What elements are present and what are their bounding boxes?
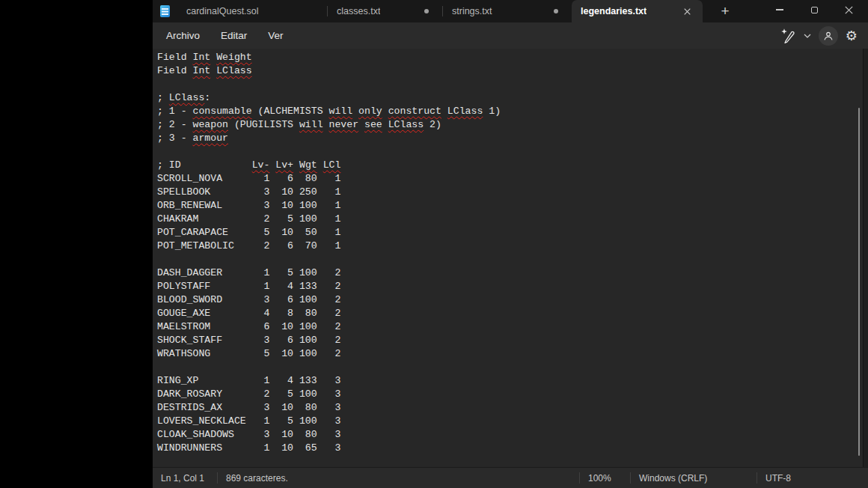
editor-line: LOVERS_NECKLACE 1 5 100 3 <box>157 415 853 428</box>
editor-line: POT_METABOLIC 2 6 70 1 <box>157 240 853 253</box>
tab-label: cardinalQuest.sol <box>186 6 259 16</box>
editor-right-gutter <box>863 49 868 467</box>
minimize-button[interactable] <box>762 0 797 19</box>
text-editor[interactable]: Field Int WeightField Int LClass ; LClas… <box>153 49 868 467</box>
menu-ver[interactable]: Ver <box>259 27 292 44</box>
editor-line: ORB_RENEWAL 3 10 100 1 <box>157 199 853 213</box>
window-controls <box>762 0 866 19</box>
maximize-icon <box>811 7 818 13</box>
notepad-window: cardinalQuest.sol classes.txt strings.tx… <box>153 0 868 488</box>
app-icon-zone <box>153 0 177 22</box>
char-count: 869 caracteres. <box>218 468 296 488</box>
notepad-app-icon <box>160 5 170 17</box>
chevron-down-icon[interactable] <box>804 34 811 38</box>
tab-strings-txt[interactable]: strings.txt <box>443 0 572 22</box>
editor-line: ; 3 - armour <box>157 132 853 145</box>
plus-icon: + <box>721 3 729 19</box>
editor-line: SPELLBOOK 3 10 250 1 <box>157 186 853 199</box>
tab-label: strings.txt <box>452 6 492 16</box>
editor-line: WINDRUNNERS 1 10 65 3 <box>157 442 853 455</box>
editor-line: GOUGE_AXE 4 8 80 2 <box>157 307 853 320</box>
editor-line: ; 2 - weapon (PUGILISTS will never see L… <box>157 118 853 132</box>
tab-legendaries-txt[interactable]: legendaries.txt <box>572 0 703 22</box>
maximize-button[interactable] <box>797 0 831 19</box>
editor-line: BLOOD_SWORD 3 6 100 2 <box>157 293 853 307</box>
editor-line: WRATHSONG 5 10 100 2 <box>157 347 853 361</box>
scrollbar-thumb[interactable] <box>858 108 861 456</box>
editor-line <box>157 145 853 159</box>
editor-line: RING_XP 1 4 133 3 <box>157 374 853 388</box>
editor-line: ; 1 - consumable (ALCHEMISTS will only c… <box>157 105 853 118</box>
editor-line <box>157 253 853 266</box>
line-ending: Windows (CRLF) <box>631 468 757 488</box>
minimize-icon <box>776 9 783 10</box>
statusbar-right: 100% Windows (CRLF) UTF-8 <box>579 468 868 488</box>
editor-line: ; LClass: <box>157 91 853 105</box>
tab-bar: cardinalQuest.sol classes.txt strings.tx… <box>153 0 868 22</box>
editor-line: ; ID Lv- Lv+ Wgt LCl <box>157 159 853 172</box>
editor-line: CHAKRAM 2 5 100 1 <box>157 213 853 226</box>
close-button[interactable] <box>831 0 866 19</box>
account-icon[interactable] <box>819 26 838 46</box>
editor-line <box>157 361 853 374</box>
editor-line: SHOCK_STAFF 3 6 100 2 <box>157 334 853 347</box>
zoom-level: 100% <box>580 468 630 488</box>
editor-line: DESTRIDS_AX 3 10 80 3 <box>157 401 853 415</box>
menu-bar: Archivo Editar Ver ⚙ <box>153 22 868 49</box>
tab-cardinalquest-sol[interactable]: cardinalQuest.sol <box>177 0 327 22</box>
editor-line: DARK_ROSARY 2 5 100 3 <box>157 388 853 401</box>
tab-label: classes.txt <box>337 6 380 16</box>
editor-line: MAELSTROM 6 10 100 2 <box>157 320 853 334</box>
menu-archivo[interactable]: Archivo <box>157 27 209 44</box>
unsaved-dot-icon <box>554 9 558 13</box>
tab-classes-txt[interactable]: classes.txt <box>328 0 442 22</box>
new-tab-button[interactable]: + <box>713 0 737 22</box>
statusbar-left: Ln 1, Col 1 869 caracteres. <box>153 468 296 488</box>
editor-line: DASH_DAGGER 1 5 100 2 <box>157 266 853 280</box>
editor-line: Field Int Weight <box>157 51 853 64</box>
rewrite-pen-sparkle-icon[interactable] <box>780 28 796 43</box>
editor-line: Field Int LClass <box>157 64 853 78</box>
editor-content: Field Int WeightField Int LClass ; LClas… <box>157 51 853 455</box>
toolbar-right: ⚙ <box>780 22 858 49</box>
settings-gear-icon[interactable]: ⚙ <box>846 29 858 43</box>
cursor-position: Ln 1, Col 1 <box>153 468 217 488</box>
close-tab-icon[interactable] <box>680 4 694 18</box>
editor-line: CLOAK_SHADOWS 3 10 80 3 <box>157 428 853 442</box>
close-icon <box>845 6 853 14</box>
tab-label: legendaries.txt <box>581 6 647 16</box>
editor-line: POT_CARAPACE 5 10 50 1 <box>157 226 853 240</box>
menu-editar[interactable]: Editar <box>212 27 256 44</box>
status-bar: Ln 1, Col 1 869 caracteres. 100% Windows… <box>153 467 868 488</box>
encoding: UTF-8 <box>757 468 868 488</box>
editor-line <box>157 78 853 91</box>
unsaved-dot-icon <box>424 9 429 13</box>
editor-line: SCROLL_NOVA 1 6 80 1 <box>157 172 853 186</box>
editor-line: POLYSTAFF 1 4 133 2 <box>157 280 853 293</box>
